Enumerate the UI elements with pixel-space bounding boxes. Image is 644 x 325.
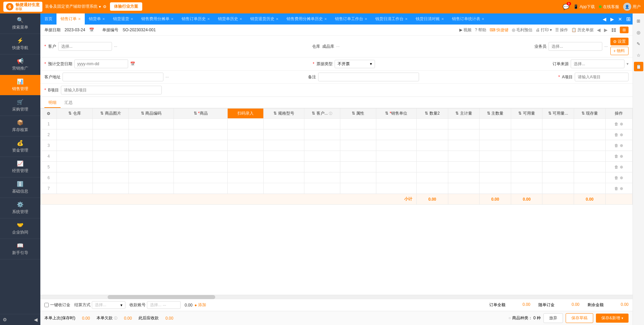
settings-icon-btn[interactable]: ⚙ bbox=[102, 4, 107, 10]
delivery-input[interactable] bbox=[74, 59, 128, 68]
staff-input[interactable] bbox=[548, 42, 602, 51]
copy-icon-3[interactable]: ⊕ bbox=[620, 143, 623, 148]
row-stock-1[interactable] bbox=[574, 119, 606, 129]
row-image-1[interactable] bbox=[93, 119, 129, 129]
sidebar-item-operations[interactable]: 📈 经营管理 bbox=[0, 157, 40, 177]
bank-select[interactable]: 选择... ··· bbox=[147, 301, 181, 309]
tab-sales-return[interactable]: 销货退货 ✕ bbox=[109, 13, 137, 25]
tab-close-icon[interactable]: ✕ bbox=[207, 17, 210, 21]
delete-icon-1[interactable]: 🗑 bbox=[614, 122, 618, 126]
tab-invoice-history[interactable]: 销货单历史 ✕ bbox=[214, 13, 246, 25]
col-available2-header[interactable]: ⇅ 可用量... bbox=[542, 109, 574, 119]
tab-close-icon[interactable]: ✕ bbox=[324, 17, 327, 21]
sidebar-item-purchase[interactable]: 🛒 采购管理 bbox=[0, 95, 40, 116]
row-customer-code-1[interactable] bbox=[304, 119, 340, 129]
delete-icon-6[interactable]: 🗑 bbox=[614, 175, 618, 180]
tab-close-icon[interactable]: ✕ bbox=[482, 17, 484, 21]
tab-sales-order[interactable]: 销售订单 ✕ bbox=[56, 13, 85, 25]
sidebar-item-system[interactable]: ⚙️ 系统管理 bbox=[0, 198, 40, 218]
col-code-header[interactable]: ⇅ 商品编码 bbox=[129, 109, 174, 119]
col-available-header[interactable]: ⇅ 可用量 bbox=[511, 109, 542, 119]
order-source-dropdown-icon[interactable]: ▾ bbox=[627, 62, 629, 66]
tab-prev-btn[interactable]: ◀ bbox=[601, 15, 608, 23]
row-qty2-2[interactable] bbox=[417, 129, 448, 140]
tab-detail[interactable]: 明细 bbox=[44, 98, 61, 108]
tab-close-icon[interactable]: ✕ bbox=[239, 17, 242, 21]
add-material-btn[interactable]: + 物料 bbox=[610, 47, 629, 55]
row-available2-1[interactable] bbox=[542, 119, 574, 129]
horizontal-scrollbar[interactable] bbox=[40, 295, 633, 299]
tab-expand-btn[interactable]: ⊞ bbox=[624, 14, 633, 24]
col-stock-header[interactable]: ⇅ 现存量 bbox=[574, 109, 606, 119]
col-setting-icon[interactable]: ⚙ bbox=[47, 111, 50, 116]
payment-method-select[interactable]: 选择... ▾ bbox=[92, 301, 125, 309]
row-spec-1[interactable] bbox=[264, 119, 304, 129]
row-customer-code-2[interactable] bbox=[304, 129, 340, 140]
row-unit-2[interactable] bbox=[376, 129, 416, 140]
tab-cash-reconcile[interactable]: 钱货日清对账 ✕ bbox=[412, 13, 448, 25]
row-spec-2[interactable] bbox=[264, 129, 304, 140]
scrollbar-thumb[interactable] bbox=[108, 295, 215, 299]
copy-icon-5[interactable]: ⊕ bbox=[620, 165, 623, 169]
sidebar-item-sales[interactable]: 📊 销售管理 bbox=[0, 75, 40, 95]
row-product-1[interactable] bbox=[174, 119, 227, 129]
tab-close-icon[interactable]: ✕ bbox=[365, 17, 367, 21]
remark-input[interactable] bbox=[318, 73, 419, 81]
row-qty2-1[interactable] bbox=[417, 119, 448, 129]
tab-close-icon[interactable]: ✕ bbox=[405, 17, 408, 21]
tab-expense-history[interactable]: 销售费用分摊单历史 ✕ bbox=[282, 13, 331, 25]
tab-sales-expense[interactable]: 销售费用分摊单 ✕ bbox=[137, 13, 178, 25]
delete-icon-4[interactable]: 🗑 bbox=[614, 154, 618, 159]
col-main-qty-header[interactable]: ⇅ 主数量 bbox=[480, 109, 511, 119]
sidebar-item-search[interactable]: 🔍 搜索菜单 bbox=[0, 13, 40, 34]
row-available-1[interactable] bbox=[511, 119, 542, 129]
sidebar-item-finance[interactable]: 💰 资金管理 bbox=[0, 136, 40, 157]
sidebar-item-guide[interactable]: 📖 新手引导 bbox=[0, 239, 40, 259]
sidebar-collapse-btn[interactable]: ◀ bbox=[33, 316, 38, 323]
right-panel-btn-4[interactable]: ☆ bbox=[634, 50, 643, 60]
row-main-unit-2[interactable] bbox=[448, 129, 480, 140]
col-product-header[interactable]: ⇅ *商品 bbox=[174, 109, 227, 119]
tab-menu-btn[interactable]: ✕ bbox=[616, 15, 624, 23]
row-main-qty-2[interactable] bbox=[480, 129, 511, 140]
history-btn[interactable]: 📋 历史单据 bbox=[571, 27, 594, 33]
tab-close-icon[interactable]: ✕ bbox=[78, 17, 81, 21]
row-stock-2[interactable] bbox=[574, 129, 606, 140]
copy-icon-4[interactable]: ⊕ bbox=[620, 154, 623, 159]
online-service-btn[interactable]: 在线客服 bbox=[599, 4, 619, 10]
col-unit-header[interactable]: ⇅ *销售单位 bbox=[376, 109, 416, 119]
right-panel-btn-1[interactable]: ⊞ bbox=[634, 16, 643, 26]
row-warehouse-1[interactable] bbox=[57, 119, 93, 129]
right-panel-btn-2[interactable]: ◎ bbox=[634, 28, 643, 37]
row-warehouse-3[interactable] bbox=[57, 140, 93, 151]
row-available2-2[interactable] bbox=[542, 129, 574, 140]
delete-icon-2[interactable]: 🗑 bbox=[614, 132, 618, 137]
row-warehouse-2[interactable] bbox=[57, 129, 93, 140]
copy-icon-6[interactable]: ⊕ bbox=[620, 175, 623, 180]
col-setting[interactable]: ⚙ bbox=[41, 109, 57, 119]
col-warehouse-header[interactable]: ⇅ 仓库 bbox=[57, 109, 93, 119]
row-product-2[interactable] bbox=[174, 129, 227, 140]
discard-button[interactable]: 放弃 bbox=[543, 313, 563, 323]
save-new-button[interactable]: 保存&新增 ▾ bbox=[596, 314, 629, 323]
fullscreen-btn[interactable]: ⊞ bbox=[620, 27, 629, 33]
solution-button[interactable]: 体验行业方案 bbox=[110, 2, 142, 11]
help-btn[interactable]: ? 帮助 bbox=[475, 27, 486, 33]
tab-close-icon[interactable]: ✕ bbox=[102, 17, 105, 21]
shortcut-btn[interactable]: ⌨ 快捷键 bbox=[490, 27, 508, 33]
calendar-icon[interactable]: 📅 bbox=[89, 28, 94, 32]
tab-sales-invoice[interactable]: 销货单 ✕ bbox=[85, 13, 109, 25]
bank-more-icon[interactable]: ··· bbox=[163, 303, 166, 308]
row-attribute-2[interactable] bbox=[340, 129, 376, 140]
sidebar-item-marketing[interactable]: 📢 营销推广 bbox=[0, 54, 40, 75]
col-attribute-header[interactable]: ⇅ 属性 bbox=[340, 109, 376, 119]
tab-close-icon[interactable]: ✕ bbox=[130, 17, 133, 21]
copy-icon-2[interactable]: ⊕ bbox=[620, 132, 623, 137]
customer-more-icon[interactable]: ··· bbox=[114, 44, 117, 49]
one-click-checkbox[interactable] bbox=[44, 303, 49, 307]
add-payment-btn[interactable]: ● 添加 bbox=[194, 302, 206, 308]
sidebar-item-inventory[interactable]: 📦 库存核算 bbox=[0, 116, 40, 136]
tab-summary[interactable]: 汇总 bbox=[61, 98, 77, 108]
tab-close-icon[interactable]: ✕ bbox=[171, 17, 174, 21]
col-customer-code-header[interactable]: ⇅ 客户... ⓘ bbox=[304, 109, 340, 119]
